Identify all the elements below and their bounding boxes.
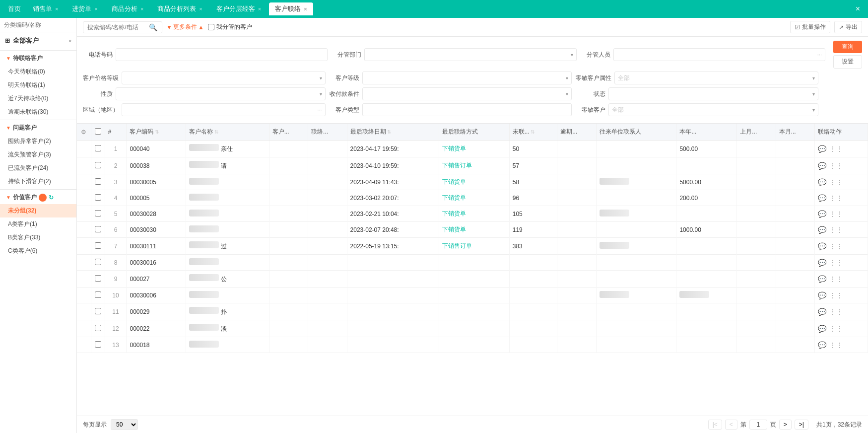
region-dropdown[interactable]: ··· — [122, 103, 326, 116]
contact-way-link[interactable]: 下销货单 — [442, 194, 466, 201]
my-customers-checkbox[interactable]: 我分管的客户 — [208, 23, 252, 31]
message-icon[interactable]: 💬 — [818, 325, 826, 333]
sidebar-item-class-c[interactable]: C类客户(6) — [0, 244, 76, 258]
customer-level-dropdown[interactable]: ▾ — [362, 72, 572, 84]
more-action-icon[interactable]: ⋮⋮ — [829, 275, 843, 283]
message-icon[interactable]: 💬 — [818, 226, 826, 234]
tab-product-analysis-list[interactable]: 商品分析列表 × — [151, 2, 208, 15]
sidebar-item-class-a[interactable]: A类客户(1) — [0, 217, 76, 231]
next-page-button[interactable]: > — [779, 420, 792, 430]
zero-attr-dropdown[interactable]: 全部 ▾ — [614, 72, 818, 84]
row-checkbox[interactable] — [95, 226, 101, 232]
price-level-dropdown[interactable]: ▾ — [122, 72, 326, 84]
search-input[interactable] — [87, 24, 147, 31]
row-checkbox[interactable] — [95, 242, 101, 249]
more-action-icon[interactable]: ⋮⋮ — [829, 341, 843, 349]
contact-way-link[interactable]: 下销货单 — [442, 145, 466, 152]
phone-input[interactable] — [116, 48, 328, 61]
row-checkbox[interactable] — [95, 341, 101, 348]
more-icon[interactable]: ··· — [817, 52, 822, 58]
tab-customer-tier[interactable]: 客户分层经客 × — [210, 2, 267, 15]
row-checkbox[interactable] — [95, 178, 101, 185]
close-icon[interactable]: × — [304, 6, 307, 12]
more-icon-2[interactable]: ··· — [318, 107, 322, 113]
more-action-icon[interactable]: ⋮⋮ — [829, 162, 843, 170]
sidebar-item-churned[interactable]: 已流失客户(24) — [0, 161, 76, 175]
query-button[interactable]: 查询 — [833, 41, 862, 53]
more-action-icon[interactable]: ⋮⋮ — [829, 308, 843, 316]
row-checkbox[interactable] — [95, 162, 101, 168]
more-action-icon[interactable]: ⋮⋮ — [829, 194, 843, 202]
message-icon[interactable]: 💬 — [818, 341, 826, 349]
manager-dropdown[interactable]: ··· — [613, 48, 825, 61]
refresh-icon[interactable]: ↻ — [49, 194, 54, 201]
prev-page-button[interactable]: < — [725, 420, 737, 430]
message-icon[interactable]: 💬 — [818, 291, 826, 299]
sidebar-item-today[interactable]: 今天待联络(0) — [0, 65, 76, 78]
more-action-icon[interactable]: ⋮⋮ — [829, 242, 843, 250]
sidebar-item-tomorrow[interactable]: 明天待联络(1) — [0, 78, 76, 92]
row-checkbox[interactable] — [95, 275, 101, 282]
contact-way-link[interactable]: 下销货单 — [442, 210, 466, 217]
batch-operation-button[interactable]: ☑ 批量操作 — [790, 21, 830, 33]
row-checkbox[interactable] — [95, 194, 101, 201]
more-action-icon[interactable]: ⋮⋮ — [829, 145, 843, 153]
page-number-input[interactable] — [749, 420, 767, 430]
page-size-select[interactable]: 50 20 100 — [111, 419, 138, 430]
window-close-button[interactable]: × — [852, 2, 864, 15]
close-icon[interactable]: × — [258, 6, 261, 12]
more-action-icon[interactable]: ⋮⋮ — [829, 210, 843, 218]
row-checkbox[interactable] — [95, 291, 101, 298]
sidebar-item-7days[interactable]: 近7天待联络(0) — [0, 92, 76, 105]
more-action-icon[interactable]: ⋮⋮ — [829, 226, 843, 234]
first-page-button[interactable]: |< — [708, 420, 722, 430]
code-column-header[interactable]: 客户编码 — [127, 124, 186, 141]
select-all-checkbox[interactable] — [95, 128, 101, 135]
more-action-icon[interactable]: ⋮⋮ — [829, 291, 843, 299]
zero-customer-dropdown[interactable]: 全部 ▾ — [608, 103, 818, 116]
contact-way-link[interactable]: 下销货单 — [442, 226, 466, 233]
close-icon[interactable]: × — [199, 6, 202, 12]
message-icon[interactable]: 💬 — [818, 275, 826, 283]
close-icon[interactable]: × — [140, 6, 143, 12]
message-icon[interactable]: 💬 — [818, 210, 826, 218]
export-button[interactable]: ↗ 导出 — [834, 21, 862, 33]
no-contact-header[interactable]: 未联... — [509, 124, 557, 141]
reset-button[interactable]: 设置 — [833, 55, 862, 69]
contact-way-link[interactable]: 下销售订单 — [442, 242, 472, 249]
contact-way-link[interactable]: 下销货单 — [442, 178, 466, 185]
dept-dropdown[interactable]: ▾ — [364, 48, 576, 61]
tab-sales-order[interactable]: 销售单 × — [27, 2, 64, 15]
last-page-button[interactable]: >| — [795, 420, 808, 430]
customer-type-dropdown[interactable] — [362, 103, 572, 116]
status-dropdown[interactable]: ▾ — [608, 87, 818, 100]
more-action-icon[interactable]: ⋮⋮ — [829, 325, 843, 333]
sidebar-search-input[interactable] — [4, 21, 77, 28]
message-icon[interactable]: 💬 — [818, 178, 826, 186]
row-checkbox[interactable] — [95, 210, 101, 216]
last-contact-date-header[interactable]: 最后联络日期 — [347, 124, 439, 141]
tab-customer-contact[interactable]: 客户联络 × — [269, 2, 313, 15]
sidebar-item-class-b[interactable]: B类客户(33) — [0, 231, 76, 244]
all-customers-header[interactable]: ⊞ 全部客户 « — [0, 32, 76, 49]
close-icon[interactable]: × — [94, 6, 97, 12]
settings-column-header[interactable]: ⚙ — [77, 124, 91, 141]
sidebar-group-pending[interactable]: ▼ 待联络客户 — [0, 52, 76, 65]
sidebar-item-declining[interactable]: 持续下滑客户(2) — [0, 175, 76, 188]
more-action-icon[interactable]: ⋮⋮ — [829, 259, 843, 267]
row-checkbox[interactable] — [95, 145, 101, 151]
message-icon[interactable]: 💬 — [818, 145, 826, 153]
tab-purchase-order[interactable]: 进货单 × — [66, 2, 103, 15]
sidebar-item-hoarding[interactable]: 囤购异常客户(2) — [0, 135, 76, 148]
row-checkbox[interactable] — [95, 308, 101, 314]
close-icon[interactable]: × — [55, 6, 58, 12]
sidebar-item-churn-risk[interactable]: 流失预警客户(3) — [0, 148, 76, 161]
more-conditions-button[interactable]: ▼ 更多条件 ▲ — [166, 23, 204, 31]
home-tab[interactable]: 首页 — [4, 2, 25, 15]
sidebar-item-ungrouped[interactable]: 未分组(32) — [0, 204, 76, 217]
more-action-icon[interactable]: ⋮⋮ — [829, 178, 843, 186]
row-checkbox[interactable] — [95, 325, 101, 331]
sidebar-group-problem[interactable]: ▼ 问题客户 — [0, 121, 76, 135]
name-column-header[interactable]: 客户名称 — [186, 124, 269, 141]
my-customers-checkbox-input[interactable] — [208, 24, 214, 30]
